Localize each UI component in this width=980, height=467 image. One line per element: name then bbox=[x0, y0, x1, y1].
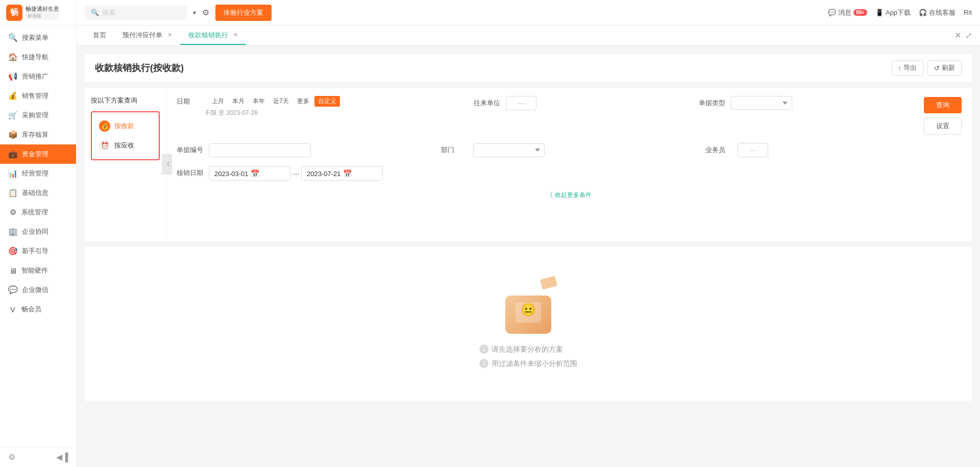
user-name[interactable]: Rit bbox=[964, 9, 972, 16]
sidebar-item-system[interactable]: ⚙ 系统管理 bbox=[0, 203, 76, 222]
purchase-icon: 🛒 bbox=[8, 111, 18, 120]
query-button[interactable]: 查询 bbox=[924, 97, 962, 113]
collapse-sidebar-icon[interactable]: ◀▐ bbox=[56, 452, 68, 462]
basic-info-icon: 📋 bbox=[8, 188, 18, 198]
sidebar-item-wechat[interactable]: 💬 企业微信 bbox=[0, 280, 76, 300]
app-download-action[interactable]: 📱 App下载 bbox=[875, 8, 911, 17]
tab-close-prepay[interactable]: ✕ bbox=[167, 32, 172, 38]
sidebar-item-inventory[interactable]: 📦 库存核算 bbox=[0, 125, 76, 144]
doc-type-label: 单据类型 bbox=[699, 99, 727, 108]
headset-icon: 🎧 bbox=[919, 9, 927, 16]
sidebar-item-operations[interactable]: 📊 经营管理 bbox=[0, 164, 76, 183]
verify-date-label: 核销日期 bbox=[177, 168, 205, 178]
verify-date-start-input[interactable]: 2023-03-01 📅 bbox=[209, 166, 290, 181]
sidebar-item-guide[interactable]: 🎯 新手引导 bbox=[0, 241, 76, 261]
logo-badge: 标准版 bbox=[26, 12, 59, 20]
search-icon: 🔍 bbox=[8, 33, 18, 42]
inventory-icon: 📦 bbox=[8, 130, 18, 139]
sidebar-item-search-menu[interactable]: 🔍 搜索菜单 bbox=[0, 28, 76, 47]
date-this-year[interactable]: 本年 bbox=[250, 96, 268, 107]
sidebar-bottom: ⚙ ◀▐ bbox=[0, 447, 76, 467]
message-icon: 💬 bbox=[828, 9, 836, 16]
tab-receipt-verify[interactable]: 收款核销执行 ✕ bbox=[180, 27, 246, 45]
counterparty-input[interactable]: ··· bbox=[506, 96, 536, 110]
topbar-search-box[interactable]: 🔍 搜索 bbox=[85, 6, 187, 20]
empty-illustration: 😐 bbox=[498, 278, 559, 334]
sidebar-item-enterprise[interactable]: 🏢 企业协同 bbox=[0, 222, 76, 241]
date-more[interactable]: 更多 bbox=[294, 96, 312, 107]
home-icon: 🏠 bbox=[8, 53, 18, 62]
date-no-limit: 不限 至 2023-07-26 bbox=[177, 109, 465, 117]
salesperson-input[interactable]: ··· bbox=[738, 143, 768, 157]
department-select[interactable] bbox=[473, 143, 545, 157]
sidebar-item-marketing[interactable]: 📢 营销推广 bbox=[0, 67, 76, 86]
topbar: 🔍 搜索 ▾ ⚙ 体验行业方案 💬 消息 99+ 📱 App下载 🎧 在线客服 … bbox=[77, 0, 980, 26]
page-content: 收款核销执行(按收款) ↑ 导出 ↺ 刷新 按以下方案查询 💰 bbox=[77, 46, 980, 467]
logo-title: 畅捷通好生意 bbox=[26, 5, 59, 12]
counterparty-label: 往来单位 bbox=[474, 99, 502, 108]
sidebar: 畅 畅捷通好生意 标准版 🔍 搜索菜单 🏠 快捷导航 📢 营销推广 💰 销售管理… bbox=[0, 0, 77, 467]
filter-row-3: 核销日期 2023-03-01 📅 — 2023-07-21 📅 bbox=[177, 165, 962, 181]
verify-date-field: 核销日期 2023-03-01 📅 — 2023-07-21 📅 bbox=[177, 165, 962, 181]
empty-state: 😐 1 请先选择要分析的方案 2 用过滤条件来缩小分析范围 bbox=[85, 247, 972, 401]
empty-hint-1: 1 请先选择要分析的方案 bbox=[479, 342, 577, 356]
tab-prepay-order[interactable]: 预付冲应付单 ✕ bbox=[114, 27, 180, 45]
wechat-icon: 💬 bbox=[8, 285, 18, 294]
doc-no-input[interactable] bbox=[209, 143, 311, 157]
date-this-month[interactable]: 本月 bbox=[229, 96, 248, 107]
sidebar-item-purchase[interactable]: 🛒 采购管理 bbox=[0, 106, 76, 125]
online-service-action[interactable]: 🎧 在线客服 bbox=[919, 8, 955, 17]
sidebar-item-quick-nav[interactable]: 🏠 快捷导航 bbox=[0, 47, 76, 67]
phone-icon: 📱 bbox=[875, 9, 884, 16]
verify-date-range: 2023-03-01 📅 — 2023-07-21 📅 bbox=[209, 166, 383, 181]
collapse-more-button[interactable]: 《 收起更多条件 bbox=[177, 189, 962, 202]
filter-option-by-receipt[interactable]: 💰 按收款 bbox=[96, 116, 155, 136]
tab-close-receipt[interactable]: ✕ bbox=[233, 32, 238, 38]
refresh-button[interactable]: ↺ 刷新 bbox=[927, 60, 962, 76]
department-field: 部门 bbox=[441, 143, 697, 157]
tab-home[interactable]: 首页 bbox=[85, 27, 114, 45]
export-button[interactable]: ↑ 导出 bbox=[892, 60, 924, 76]
settings-button[interactable]: 设置 bbox=[924, 117, 962, 135]
settings-icon[interactable]: ⚙ bbox=[8, 452, 15, 462]
filter-panel-title: 按以下方案查询 bbox=[91, 96, 160, 105]
sidebar-item-finance[interactable]: 💼 资金管理 bbox=[0, 144, 76, 164]
message-badge: 99+ bbox=[853, 9, 867, 16]
sidebar-item-member[interactable]: V 畅会员 bbox=[0, 300, 76, 319]
filter-options-box: 💰 按收款 ⏰ 按应收 bbox=[91, 111, 160, 160]
topbar-actions: 💬 消息 99+ 📱 App下载 🎧 在线客服 Rit bbox=[828, 8, 972, 17]
guide-icon: 🎯 bbox=[8, 247, 18, 256]
maximize-window-icon[interactable]: ⤢ bbox=[965, 31, 972, 40]
date-shortcuts: 上月 本月 本年 近7天 更多 自定义 bbox=[209, 96, 340, 107]
operations-icon: 📊 bbox=[8, 169, 18, 178]
sidebar-item-basic-info[interactable]: 📋 基础信息 bbox=[0, 183, 76, 203]
receipt-icon: 💰 bbox=[99, 120, 110, 132]
calendar-end-icon: 📅 bbox=[343, 169, 352, 178]
main-content: 🔍 搜索 ▾ ⚙ 体验行业方案 💬 消息 99+ 📱 App下载 🎧 在线客服 … bbox=[77, 0, 980, 467]
sidebar-item-sales[interactable]: 💰 销售管理 bbox=[0, 86, 76, 106]
search-icon: 🔍 bbox=[91, 9, 99, 16]
empty-hints: 1 请先选择要分析的方案 2 用过滤条件来缩小分析范围 bbox=[479, 342, 577, 371]
date-custom[interactable]: 自定义 bbox=[314, 96, 340, 107]
topbar-gear-icon[interactable]: ⚙ bbox=[202, 8, 209, 17]
close-window-icon[interactable]: ✕ bbox=[954, 31, 961, 40]
department-label: 部门 bbox=[441, 145, 469, 155]
filter-option-by-receivable[interactable]: ⏰ 按应收 bbox=[96, 136, 155, 155]
finance-icon: 💼 bbox=[8, 150, 18, 159]
salesperson-field: 业务员 ··· bbox=[705, 143, 962, 157]
filter-row-2: 单据编号 部门 业务员 ··· bbox=[177, 143, 962, 157]
page-actions: ↑ 导出 ↺ 刷新 bbox=[892, 60, 962, 76]
solution-button[interactable]: 体验行业方案 bbox=[215, 5, 272, 21]
verify-date-end-input[interactable]: 2023-07-21 📅 bbox=[301, 166, 383, 181]
message-action[interactable]: 💬 消息 99+ bbox=[828, 8, 867, 17]
logo-icon: 畅 bbox=[6, 5, 22, 21]
doc-type-select[interactable] bbox=[731, 96, 792, 110]
date-last-month[interactable]: 上月 bbox=[209, 96, 227, 107]
collapse-filter-panel-button[interactable]: 《 bbox=[162, 154, 172, 175]
topbar-dropdown-icon[interactable]: ▾ bbox=[193, 9, 196, 16]
system-icon: ⚙ bbox=[8, 208, 17, 217]
filter-right-panel: 日期 上月 本月 本年 近7天 更多 自定义 不限 bbox=[166, 88, 972, 241]
sidebar-item-hardware[interactable]: 🖥 智能硬件 bbox=[0, 261, 76, 280]
date-last-7-days[interactable]: 近7天 bbox=[270, 96, 292, 107]
sales-icon: 💰 bbox=[8, 91, 18, 101]
